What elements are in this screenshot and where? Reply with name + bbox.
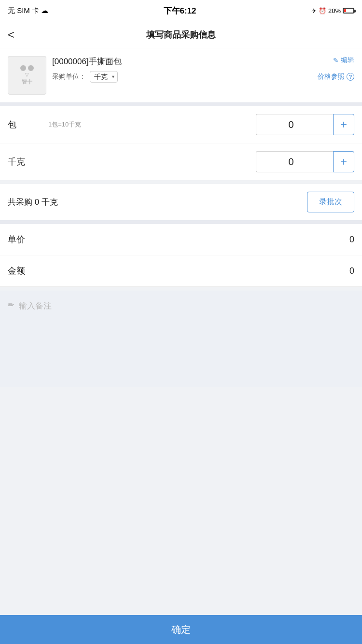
owl-beak: ▽	[25, 72, 29, 77]
record-batch-button[interactable]: 录批次	[307, 192, 354, 212]
total-text: 共采购 0 千克	[8, 196, 58, 208]
no-sim-text: 无 SIM 卡 ☁	[8, 6, 48, 15]
owl-eyes	[20, 65, 34, 71]
pack-sub-label: 1包=10千克	[48, 120, 81, 129]
main-content: ▽ 智十 [0000006]手撕面包 ✎ 编辑 采购单位： 千克 包	[0, 48, 362, 416]
amount-label: 金额	[8, 265, 25, 277]
kg-label: 千克	[8, 156, 46, 168]
edit-button[interactable]: ✎ 编辑	[333, 56, 354, 65]
status-time: 下午6:12	[164, 5, 196, 16]
status-bar: 无 SIM 卡 ☁ 下午6:12 ✈ ⏰ 20%	[0, 0, 362, 21]
confirm-button[interactable]: 确定	[0, 615, 362, 644]
alarm-icon: ⏰	[319, 7, 326, 14]
price-ref-label: 价格参照	[318, 72, 345, 81]
form-pack-section: 包 1包=10千克 + 千克 +	[0, 106, 362, 180]
kg-input-group: +	[256, 151, 354, 172]
unit-price-label: 单价	[8, 234, 25, 245]
battery-icon	[343, 8, 354, 14]
price-ref-icon: ?	[347, 73, 354, 81]
battery-percent: 20%	[328, 7, 341, 14]
notes-section[interactable]: ✏ 输入备注	[0, 291, 362, 387]
unit-price-row: 单价 0	[0, 224, 362, 255]
product-meta: 采购单位： 千克 包 价格参照 ?	[52, 71, 354, 83]
total-unit: 千克	[42, 197, 58, 207]
pack-label: 包	[8, 119, 46, 130]
pack-quantity-input[interactable]	[256, 114, 333, 135]
edit-label: 编辑	[341, 56, 354, 65]
total-label: 共采购	[8, 197, 32, 207]
unit-select[interactable]: 千克 包	[90, 71, 118, 83]
kg-quantity-input[interactable]	[256, 151, 333, 172]
product-image: ▽ 智十	[8, 56, 46, 95]
owl-logo: ▽ 智十	[20, 65, 34, 85]
owl-eye-left	[20, 65, 26, 71]
kg-plus-button[interactable]: +	[333, 151, 354, 172]
product-card: ▽ 智十 [0000006]手撕面包 ✎ 编辑 采购单位： 千克 包	[0, 48, 362, 106]
price-ref-button[interactable]: 价格参照 ?	[318, 72, 354, 81]
unit-price-value: 0	[349, 235, 354, 245]
total-value: 0	[35, 197, 39, 207]
status-left: 无 SIM 卡 ☁	[8, 6, 48, 15]
amount-value: 0	[349, 266, 354, 276]
owl-eye-right	[28, 65, 34, 71]
back-button[interactable]: <	[8, 28, 14, 42]
pack-input-group: +	[256, 114, 354, 135]
pack-row: 包 1包=10千克 +	[0, 106, 362, 143]
unit-wrapper[interactable]: 千克 包	[90, 71, 118, 83]
product-info: [0000006]手撕面包 ✎ 编辑 采购单位： 千克 包 价格参照 ?	[52, 56, 354, 83]
notes-placeholder: 输入备注	[19, 300, 52, 311]
status-right: ✈ ⏰ 20%	[311, 7, 354, 14]
pack-plus-button[interactable]: +	[333, 114, 354, 135]
owl-text: 智十	[22, 78, 32, 85]
kg-row: 千克 +	[0, 143, 362, 180]
amount-row: 金额 0	[0, 255, 362, 287]
pencil-icon: ✏	[8, 300, 14, 309]
edit-icon: ✎	[333, 56, 339, 64]
pricing-section: 单价 0 金额 0	[0, 224, 362, 287]
total-row: 共采购 0 千克 录批次	[0, 184, 362, 224]
unit-label: 采购单位：	[52, 72, 86, 81]
nav-bar: < 填写商品采购信息	[0, 21, 362, 48]
product-name: [0000006]手撕面包	[52, 56, 122, 67]
location-icon: ✈	[311, 7, 317, 14]
page-title: 填写商品采购信息	[146, 29, 216, 41]
